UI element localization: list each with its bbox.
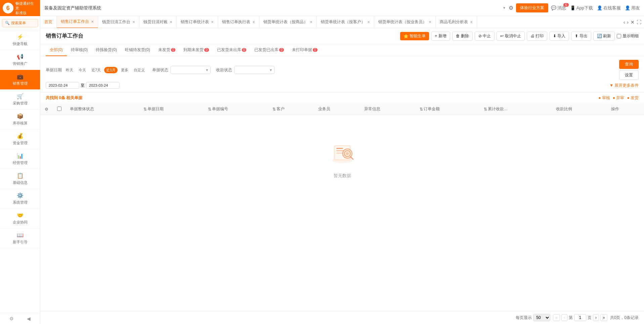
settings-button[interactable]: 设置 (619, 70, 639, 80)
filter-tab-not-printed[interactable]: 未打印单据0 (288, 44, 321, 56)
tab-close-sales-exec[interactable]: ✕ (252, 20, 255, 24)
header-settings-icon[interactable]: ⚙ (509, 5, 513, 11)
next-page-button[interactable]: › (593, 314, 599, 321)
workspace-actions: ⭐ 智能生单 + 新增 🗑 删除 ⊘ 中止 ↩ 取消中止 🖨 打印 ⬇ 导入 ⬆… (400, 32, 639, 41)
tab-fullscreen-button[interactable]: ⛶ (637, 19, 641, 25)
sidebar-item-cooperation[interactable]: 🤝 企业协同 (0, 209, 40, 229)
sidebar-item-purchase[interactable]: 🛒 采购管理 (0, 90, 40, 110)
date-yesterday[interactable]: 昨天 (64, 67, 75, 73)
delete-button[interactable]: 🗑 删除 (452, 32, 473, 41)
prev-page-button[interactable]: ‹ (561, 314, 567, 321)
tab-sales-stat[interactable]: 销售订单统计表 ✕ (177, 16, 218, 28)
date-custom[interactable]: 自定义 (132, 67, 147, 73)
status-select[interactable] (170, 66, 211, 74)
smart-order-button[interactable]: ⭐ 智能生单 (400, 32, 429, 40)
tab-sales-report-customer[interactable]: 销货单统计表（按客户） ✕ (317, 16, 374, 28)
date-to-input[interactable] (86, 82, 120, 89)
finance-icon: 💰 (17, 133, 24, 139)
filter-tab-expired[interactable]: 到期未发货0 (179, 44, 213, 56)
tab-next-button[interactable]: › (627, 19, 629, 25)
search-icon: 🔍 (5, 21, 10, 25)
tab-close-cash-reconcile[interactable]: ✕ (170, 20, 172, 24)
date-1month[interactable]: 近1月 (104, 67, 118, 73)
search-menu-button[interactable]: 🔍 搜索菜单 (2, 19, 38, 27)
add-button[interactable]: + 新增 (431, 32, 450, 41)
tab-cash-daily[interactable]: 钱货日清工作台 ✕ (98, 16, 139, 28)
expand-more-button[interactable]: ▼ 展开更多条件 (609, 83, 639, 88)
filter-tab-shipped-in[interactable]: 已发货已出库0 (250, 44, 288, 56)
date-today[interactable]: 今天 (77, 67, 88, 73)
tab-gross-profit[interactable]: 商品毛利分析表 ✕ (436, 16, 477, 28)
user-menu-button[interactable]: 👤 用友 (625, 5, 640, 11)
filter-tab-not-shipped[interactable]: 未发货0 (154, 44, 180, 56)
tab-close-gross-profit[interactable]: ✕ (470, 20, 473, 24)
filter-tab-wangpu[interactable]: 旺铺待发货(0) (121, 44, 154, 56)
message-button[interactable]: 💬 消息 6 (551, 5, 566, 11)
first-page-button[interactable]: « (553, 314, 560, 321)
sidebar-item-quick-nav[interactable]: ⚡ 快捷导航 (0, 30, 40, 50)
phone-icon: 📱 (570, 5, 575, 10)
tab-cash-reconcile[interactable]: 钱货日清对账 ✕ (139, 16, 177, 28)
print-button[interactable]: 🖨 打印 (527, 32, 547, 41)
tab-sales-report-staff[interactable]: 销货单统计表（按业务员） ✕ (374, 16, 436, 28)
import-button[interactable]: ⬇ 导入 (549, 32, 569, 41)
tab-close-sales-stat[interactable]: ✕ (211, 20, 214, 24)
tab-sales-order[interactable]: 销售订单工作台 ✕ (57, 16, 98, 28)
sidebar-item-sales[interactable]: 💼 销售管理 (0, 70, 40, 90)
date-more[interactable]: 更多 (119, 67, 130, 73)
last-page-button[interactable]: » (600, 314, 607, 321)
filter-tab-pending-inspect[interactable]: 待拣验货(0) (92, 44, 121, 56)
tab-close-all-button[interactable]: ✕ (631, 19, 635, 25)
tab-prev-button[interactable]: ‹ (624, 19, 625, 25)
sidebar-item-inventory[interactable]: 📦 库存核算 (0, 110, 40, 129)
sidebar-item-system[interactable]: ⚙️ 系统管理 (0, 189, 40, 209)
page-size-select[interactable]: 50 10 20 100 (533, 314, 550, 321)
export-button[interactable]: ⬆ 导出 (571, 32, 591, 41)
tab-close-sales-report-staff[interactable]: ✕ (429, 20, 431, 24)
sidebar-item-guide[interactable]: 📖 新手引导 (0, 229, 40, 248)
cancel-stop-button[interactable]: ↩ 取消中止 (497, 32, 524, 41)
sort-collected[interactable]: ⇅ 累计收款... (484, 106, 548, 112)
page-number-input[interactable] (574, 314, 586, 321)
sort-status[interactable]: 单据整体状态 (70, 106, 135, 112)
filter-tab-pending-review[interactable]: 待审核(0) (67, 44, 92, 56)
collapse-sidebar-button[interactable]: ◀ (27, 316, 31, 321)
tab-bar-controls: ‹ › ✕ ⛶ (621, 19, 644, 25)
system-dropdown-arrow[interactable]: ▼ (503, 6, 506, 10)
app-download-button[interactable]: 📱 App下载 (570, 5, 593, 11)
date-from-input[interactable] (46, 82, 79, 89)
industry-solution-button[interactable]: 体验行业方案 (516, 3, 548, 12)
sort-number[interactable]: ⇅ 单据编号 (208, 106, 264, 112)
tab-close-sales-report-product[interactable]: ✕ (310, 20, 312, 24)
ship-action[interactable]: ● 发货 (627, 95, 639, 101)
stop-button[interactable]: ⊘ 中止 (475, 32, 495, 41)
show-detail-input[interactable] (617, 34, 621, 38)
sidebar-item-basic-info[interactable]: 📋 基础信息 (0, 169, 40, 189)
tab-close-cash-daily[interactable]: ✕ (132, 20, 135, 24)
online-service-button[interactable]: 👤 在线客服 (597, 5, 621, 11)
unreview-action[interactable]: ● 弃审 (613, 95, 625, 101)
tab-sales-exec[interactable]: 销售订单执行表 ✕ (218, 16, 259, 28)
sidebar-item-finance[interactable]: 💰 资金管理 (0, 129, 40, 149)
select-all-checkbox[interactable] (57, 107, 61, 111)
sort-date[interactable]: ⇅ 单据日期 (143, 106, 200, 112)
tab-home[interactable]: 首页 (40, 16, 57, 28)
show-detail-checkbox[interactable]: 显示明细 (617, 33, 639, 39)
sidebar-item-operations[interactable]: 📊 经营管理 (0, 149, 40, 169)
th-customer: ⇅ 客户 (268, 104, 314, 115)
sidebar-item-label: 基础信息 (13, 180, 28, 185)
sort-customer[interactable]: ⇅ 客户 (272, 106, 310, 112)
review-action[interactable]: ● 审核 (598, 95, 610, 101)
settings-bottom-icon[interactable]: ⚙ (9, 316, 14, 321)
tab-close-sales-order[interactable]: ✕ (91, 20, 94, 24)
filter-tab-shipped-not-in[interactable]: 已发货未出库0 (213, 44, 251, 56)
refresh-button[interactable]: 🔄 刷新 (593, 32, 615, 41)
payment-select[interactable] (234, 66, 274, 74)
tab-close-sales-report-customer[interactable]: ✕ (367, 20, 370, 24)
sidebar-item-marketing[interactable]: 📢 营销推广 (0, 50, 40, 70)
sort-amount[interactable]: ⇅ 订单金额 (420, 106, 476, 112)
date-7days[interactable]: 近7天 (89, 67, 103, 73)
query-button[interactable]: 查询 (619, 60, 639, 69)
filter-tab-all[interactable]: 全部(0) (46, 44, 67, 56)
tab-sales-report-product[interactable]: 销货单统计表（按商品） ✕ (259, 16, 317, 28)
